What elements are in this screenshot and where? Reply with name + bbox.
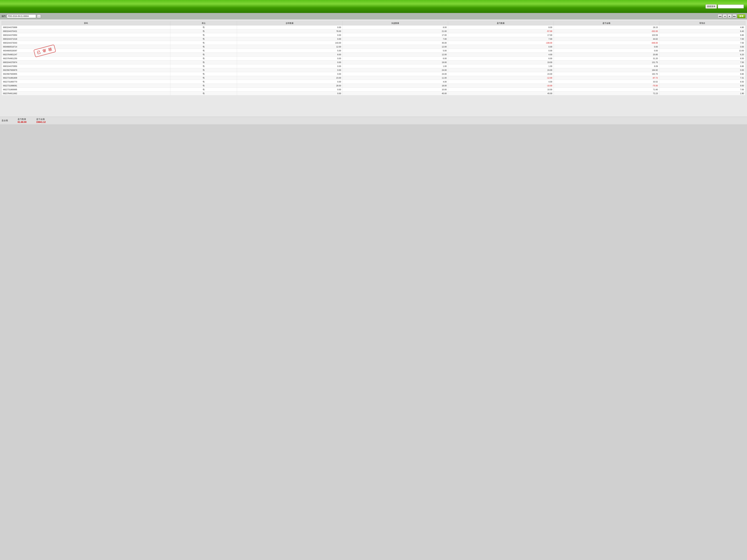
nav-last-button[interactable]: ▶▶ — [732, 14, 737, 18]
table-cell: 24.00 — [342, 72, 448, 76]
col-header-actual-qty: 实盘数量 — [342, 21, 448, 25]
table-cell: 44.62 — [553, 37, 659, 41]
nav-next-button[interactable]: ▶ — [727, 14, 732, 18]
table-cell: 19.00 — [342, 60, 448, 64]
table-cell: 24.00 — [448, 68, 553, 72]
table-cell: 0.00 — [237, 80, 342, 84]
search-input[interactable] — [718, 4, 744, 8]
table-cell: 0.00 — [237, 25, 342, 29]
table-cell: 1.90 — [659, 91, 745, 96]
table-cell: 24.00 — [448, 72, 553, 76]
table-cell: 包 — [170, 76, 237, 80]
table-cell: 4.00 — [342, 80, 448, 84]
table-cell: 1.00 — [342, 64, 448, 68]
footer-loss-amount-value: 15841.12 — [36, 121, 46, 123]
search-label: 搜索菜单 — [705, 4, 717, 8]
footer-loss-qty-label: 盈亏数量 — [18, 118, 26, 121]
footer-loss-amount: 盈亏金额 15841.12 — [36, 118, 46, 123]
nav-first-button[interactable]: ◀◀ — [718, 14, 722, 18]
table-cell: 8.00 — [342, 25, 448, 29]
new-button[interactable]: 新增 — [737, 14, 745, 18]
table-cell: 6923567600879 — [2, 68, 171, 72]
col-header-barcode: 茶码 — [2, 21, 171, 25]
table-cell: 0.00 — [237, 91, 342, 96]
table-cell: 6922731881809 — [2, 76, 171, 80]
table-cell: 19.00 — [448, 60, 553, 64]
table-row: 6922731881809包23.0011.00-12.00-87.727.31 — [2, 76, 745, 80]
table-cell: 28.00 — [237, 84, 342, 88]
table-cell: 13.00 — [659, 49, 745, 53]
table-cell: 28.15 — [553, 25, 659, 29]
table-cell: 包 — [170, 33, 237, 37]
table-cell: 6.80 — [659, 64, 745, 68]
table-cell: 6934660528397 — [2, 49, 171, 53]
table-cell: 6903244370950 — [2, 64, 171, 68]
table-row: 6903244371018包0.007.007.0044.627.00 — [2, 37, 745, 41]
table-cell: -332.00 — [553, 29, 659, 33]
table-row: 6903244370974包0.0019.0019.00131.757.50 — [2, 60, 745, 64]
table-cell: 103.59 — [553, 33, 659, 37]
top-header: 搜索菜单 — [0, 0, 747, 13]
table-cell: 6923764901250 — [2, 57, 171, 60]
table-cell: 5.00 — [342, 49, 448, 53]
table-row: 6923567600879包0.0024.0024.00184.920.00 — [2, 68, 745, 72]
table-cell: 4.80 — [659, 25, 745, 29]
table-cell: 7.50 — [659, 60, 745, 64]
table-cell: 21.00 — [342, 29, 448, 33]
table-row: 6922731800695包0.0010.0010.0071.607.00 — [2, 88, 745, 91]
table-cell: -75.50 — [553, 84, 659, 88]
toolbar-bar: 编号 ... ◀◀ ◀ ▶ ▶▶ 新增 — [0, 13, 747, 20]
table-cell: 0.00 — [659, 45, 745, 49]
table-cell: 7.00 — [659, 37, 745, 41]
table-cell: 0.00 — [237, 72, 342, 76]
table-cell: 6903244370899 — [2, 25, 171, 29]
table-cell: 6.80 — [659, 33, 745, 37]
dots-button[interactable]: ... — [37, 15, 41, 18]
table-cell: 包 — [170, 68, 237, 72]
col-header-inventory-qty: 抄库数量 — [237, 21, 342, 25]
table-cell: 35.00 — [342, 41, 448, 45]
nav-buttons: ◀◀ ◀ ▶ ▶▶ 新增 — [718, 14, 745, 18]
table-header-row: 茶码 单位 抄库数量 实盘数量 盈亏数量 盈亏金额 零售价 — [2, 21, 745, 25]
table-cell: 7.00 — [342, 37, 448, 41]
table-cell: 4.00 — [448, 53, 553, 57]
nav-prev-button[interactable]: ◀ — [723, 14, 727, 18]
table-cell: 0.00 — [448, 45, 553, 49]
table-cell: 31.20 — [553, 57, 659, 60]
col-header-unit: 单位 — [170, 21, 237, 25]
footer-amount-label: 盈金额 — [2, 119, 8, 122]
table-cell: 12.00 — [237, 45, 342, 49]
table-row: 6934660516714包12.0012.000.000.000.00 — [2, 45, 745, 49]
table-cell: 192.70 — [553, 72, 659, 76]
table-cell: -10.00 — [448, 84, 553, 88]
table-cell: 6903244371018 — [2, 37, 171, 41]
table-cell: 33.52 — [553, 80, 659, 84]
table-cell: 8.50 — [659, 80, 745, 84]
table-cell: 24.00 — [342, 68, 448, 72]
table-cell: 0.00 — [237, 57, 342, 60]
doc-number-label: 编号 — [2, 15, 6, 18]
table-cell: 45.00 — [448, 91, 553, 96]
table-row: 6903244370899包0.008.008.0028.154.80 — [2, 25, 745, 29]
table-cell: 10.00 — [342, 88, 448, 91]
table-cell: 78.00 — [237, 29, 342, 33]
table-row: 6903244373043包143.0035.00-108.00-648.007… — [2, 41, 745, 45]
table-cell: 0.00 — [237, 64, 342, 68]
table-cell: 6.50 — [659, 57, 745, 60]
table-cell: 17.00 — [342, 33, 448, 37]
table-cell: 6.00 — [342, 57, 448, 60]
doc-number-input[interactable] — [7, 15, 36, 18]
table-cell: 包 — [170, 88, 237, 91]
table-cell: 6903244370431 — [2, 29, 171, 33]
footer-loss-qty-value: 61.68.00 — [18, 121, 27, 123]
footer-total-label: 盈金额 — [2, 119, 8, 122]
table-cell: 6.20 — [659, 53, 745, 57]
table-cell: 包 — [170, 72, 237, 76]
table-cell: 包 — [170, 84, 237, 88]
footer-loss-qty: 盈亏数量 61.68.00 — [18, 118, 27, 123]
table-row: 6903244370950包0.001.001.006.096.80 — [2, 64, 745, 68]
table-cell: 包 — [170, 57, 237, 60]
col-header-retail-price: 零售价 — [659, 21, 745, 25]
table-cell: 包 — [170, 80, 237, 84]
table-row: 6903244370431包78.0021.00-57.00-332.006.4… — [2, 29, 745, 33]
